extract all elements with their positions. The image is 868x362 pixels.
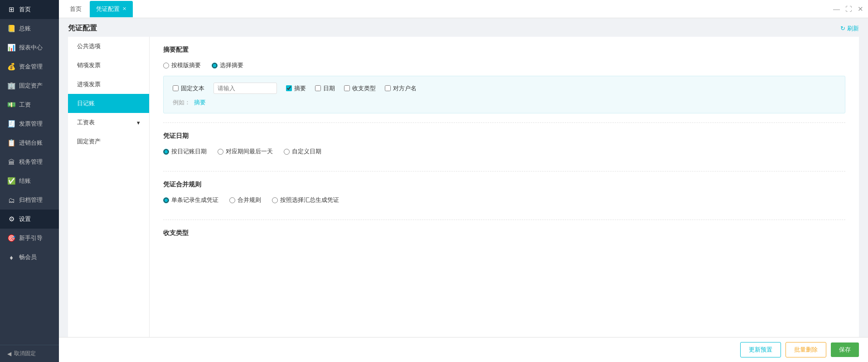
radio-template-summary[interactable]: 按模版摘要: [163, 61, 201, 69]
checkbox-date[interactable]: 日期: [315, 84, 335, 93]
settle-icon: ✅: [7, 177, 15, 185]
checkbox-fixed-text[interactable]: 固定文本: [173, 84, 204, 93]
date-radio-group: 按日记账日期 对应期间最后一天 自定义日期: [163, 147, 845, 156]
checkbox-receipt-type[interactable]: 收支类型: [344, 84, 376, 93]
tab-voucher-config[interactable]: 凭证配置 ✕: [90, 1, 133, 17]
receipt-type-section: 收支类型: [163, 229, 845, 254]
body-flex: 公共选项 销项发票 进项发票 日记账 工资表 ▾ 固定资产: [59, 37, 868, 337]
merge-title: 凭证合并规则: [163, 181, 845, 189]
nav-item-sales-invoice[interactable]: 销项发票: [68, 56, 149, 75]
sidebar-item-salary[interactable]: 💵 工资: [0, 95, 59, 114]
home-icon: ⊞: [7, 5, 15, 14]
nav-item-public[interactable]: 公共选项: [68, 37, 149, 56]
summary-title: 摘要配置: [163, 46, 845, 54]
radio-merge-rule[interactable]: 合并规则: [229, 196, 261, 204]
sidebar-item-tax[interactable]: 🏛 税务管理: [0, 152, 59, 171]
salary-icon: 💵: [7, 101, 15, 109]
refresh-icon: ↻: [840, 25, 845, 32]
sidebar-item-invoice[interactable]: 🧾 发票管理: [0, 114, 59, 133]
sidebar-item-home[interactable]: ⊞ 首页: [0, 0, 59, 19]
pin-icon: ◀: [7, 351, 11, 357]
sidebar-item-vip[interactable]: ♦ 畅会员: [0, 248, 59, 267]
sidebar-item-trade[interactable]: 📋 进销台账: [0, 133, 59, 152]
maximize-button[interactable]: ⛶: [845, 5, 852, 13]
summary-checkbox-row: 固定文本 摘要 日期: [173, 83, 836, 94]
date-section: 凭证日期 按日记账日期 对应期间最后一天 自定义日期: [163, 132, 845, 171]
page-header: 凭证配置 ↻ 刷新: [59, 18, 868, 37]
checkbox-counterpart-name[interactable]: 对方户名: [385, 84, 417, 93]
sidebar-item-ledger[interactable]: 📒 总账: [0, 19, 59, 38]
checkbox-summary[interactable]: 摘要: [286, 84, 306, 93]
sidebar-item-settings[interactable]: ⚙ 设置: [0, 210, 59, 229]
unpin-button[interactable]: ◀ 取消固定: [0, 345, 59, 362]
assets-icon: 🏢: [7, 82, 15, 90]
sidebar-item-archive[interactable]: 🗂 归档管理: [0, 191, 59, 210]
receipt-type-title: 收支类型: [163, 229, 845, 237]
summary-preview: 例如： 摘要: [173, 98, 836, 107]
reports-icon: 📊: [7, 44, 15, 52]
chevron-down-icon: ▾: [137, 119, 140, 126]
radio-summary-generate[interactable]: 按照选择汇总生成凭证: [272, 196, 339, 204]
radio-single-record[interactable]: 单条记录生成凭证: [163, 196, 218, 204]
sidebar-item-guide[interactable]: 🎯 新手引导: [0, 229, 59, 248]
bottom-bar: 更新预置 批量删除 保存: [59, 337, 868, 362]
page-title: 凭证配置: [68, 24, 97, 33]
content-area: 凭证配置 ↻ 刷新 公共选项 销项发票 进项发票 日记账: [59, 18, 868, 362]
vip-icon: ♦: [7, 254, 15, 261]
archive-icon: 🗂: [7, 196, 15, 204]
summary-section: 摘要配置 按模版摘要 选择摘要: [163, 46, 845, 123]
tab-bar: 首页 凭证配置 ✕ — ⛶ ✕: [59, 0, 868, 18]
nav-item-journal[interactable]: 日记账: [68, 94, 149, 113]
tab-close-icon[interactable]: ✕: [122, 6, 126, 12]
sidebar-item-funds[interactable]: 💰 资金管理: [0, 57, 59, 76]
nav-item-payroll[interactable]: 工资表 ▾: [68, 113, 149, 132]
tab-home[interactable]: 首页: [63, 1, 88, 17]
window-controls: — ⛶ ✕: [833, 5, 863, 13]
radio-last-day[interactable]: 对应期间最后一天: [218, 147, 273, 156]
merge-radio-group: 单条记录生成凭证 合并规则 按照选择汇总生成凭证: [163, 196, 845, 204]
nav-item-purchase-invoice[interactable]: 进项发票: [68, 75, 149, 94]
main-area: 首页 凭证配置 ✕ — ⛶ ✕ 凭证配置 ↻ 刷新 公共选项: [59, 0, 868, 362]
invoice-icon: 🧾: [7, 120, 15, 128]
radio-select-summary[interactable]: 选择摘要: [212, 61, 243, 69]
summary-checkbox-area: 固定文本 摘要 日期: [163, 76, 845, 113]
date-title: 凭证日期: [163, 132, 845, 140]
minimize-button[interactable]: —: [833, 5, 840, 13]
batch-delete-button[interactable]: 批量删除: [786, 342, 826, 357]
settings-icon: ⚙: [7, 215, 15, 223]
sidebar-item-settle[interactable]: ✅ 结账: [0, 171, 59, 191]
radio-custom-date[interactable]: 自定义日期: [284, 147, 321, 156]
fixed-text-input[interactable]: [213, 83, 277, 94]
tax-icon: 🏛: [7, 158, 15, 166]
update-preview-button[interactable]: 更新预置: [740, 342, 781, 357]
close-button[interactable]: ✕: [858, 5, 863, 13]
right-content: 摘要配置 按模版摘要 选择摘要: [150, 37, 859, 337]
guide-icon: 🎯: [7, 234, 15, 242]
trade-icon: 📋: [7, 139, 15, 147]
save-button[interactable]: 保存: [831, 342, 859, 357]
merge-section: 凭证合并规则 单条记录生成凭证 合并规则 按照选择汇总生成凭证: [163, 181, 845, 220]
left-nav: 公共选项 销项发票 进项发票 日记账 工资表 ▾ 固定资产: [68, 37, 150, 337]
ledger-icon: 📒: [7, 24, 15, 33]
nav-item-fixed-assets[interactable]: 固定资产: [68, 132, 149, 151]
sidebar-item-assets[interactable]: 🏢 固定资产: [0, 76, 59, 95]
sidebar-item-reports[interactable]: 📊 报表中心: [0, 38, 59, 57]
refresh-button[interactable]: ↻ 刷新: [840, 24, 859, 33]
sidebar: ⊞ 首页 📒 总账 📊 报表中心 💰 资金管理 🏢 固定资产 💵 工资 🧾 发票…: [0, 0, 59, 362]
preview-text: 摘要: [194, 99, 206, 106]
funds-icon: 💰: [7, 63, 15, 71]
radio-journal-date[interactable]: 按日记账日期: [163, 147, 207, 156]
summary-radio-group: 按模版摘要 选择摘要: [163, 61, 845, 69]
